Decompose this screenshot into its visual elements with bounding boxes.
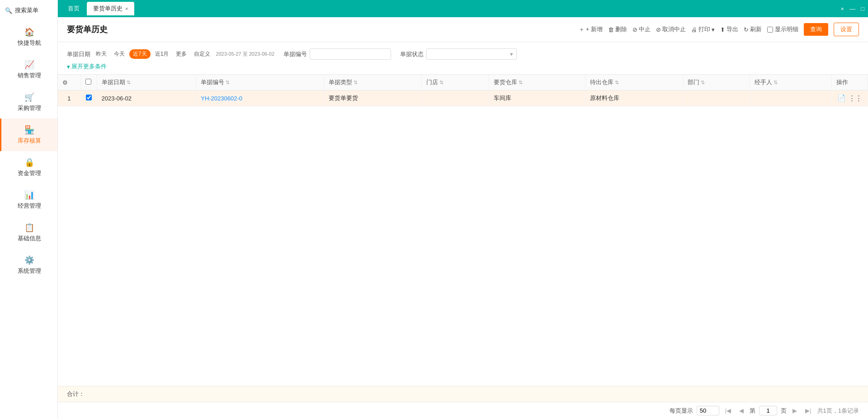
doc-status-select[interactable] <box>426 48 517 60</box>
base-info-icon: 📋 <box>24 223 34 233</box>
table-area: ⚙ 单据日期 ⇅ <box>58 75 868 386</box>
finance-icon: 🔒 <box>24 157 34 167</box>
date-btn-1month[interactable]: 近1月 <box>152 49 172 59</box>
refresh-label: 刷新 <box>750 25 762 33</box>
sort-doc-type-icon[interactable]: ⇅ <box>354 80 358 86</box>
date-btn-more[interactable]: 更多 <box>173 49 189 59</box>
sidebar-label-base-info: 基础信息 <box>18 234 41 243</box>
filter-doc-status: 单据状态 ▾ <box>400 48 517 60</box>
pagination-first-icon[interactable]: |◀ <box>723 406 733 415</box>
show-detail-checkbox[interactable] <box>767 27 773 33</box>
pagination-last-icon[interactable]: ▶| <box>803 406 813 415</box>
th-handler[interactable]: 经手人 ⇅ <box>750 75 832 90</box>
date-filter-label: 单据日期 <box>67 50 90 58</box>
per-page-select[interactable]: 10 20 50 100 <box>697 406 719 415</box>
th-settings[interactable]: ⚙ <box>58 75 80 90</box>
sidebar-label-search-menu: 搜索菜单 <box>15 6 38 14</box>
sort-handler-icon[interactable]: ⇅ <box>774 80 778 86</box>
export-button[interactable]: ⬆ 导出 <box>720 25 738 33</box>
doc-number-label: 单据编号 <box>283 50 307 58</box>
doc-number-input[interactable] <box>310 48 391 60</box>
pagination-next-icon[interactable]: ▶ <box>790 406 799 415</box>
delete-button[interactable]: 🗑 删除 <box>608 25 627 33</box>
date-btn-yesterday[interactable]: 昨天 <box>93 49 109 59</box>
th-doc-type[interactable]: 单据类型 ⇅ <box>324 75 422 90</box>
row-doc-type-1: 要货单要货 <box>329 95 358 101</box>
sidebar-item-purchase-mgmt[interactable]: 🛒 采购管理 <box>0 86 57 119</box>
per-page-label: 每页显示 <box>670 407 693 415</box>
stop-button[interactable]: ⊘ 中止 <box>632 25 651 33</box>
sort-doc-date-icon[interactable]: ⇅ <box>127 80 131 86</box>
inventory-icon: 🏪 <box>24 125 34 135</box>
th-req-warehouse[interactable]: 要货仓库 ⇅ <box>489 75 585 90</box>
sidebar: 🔍 搜索菜单 🏠 快捷导航 📈 销售管理 🛒 采购管理 🏪 库存核算 🔒 资金管… <box>0 0 58 419</box>
doc-status-select-wrap: ▾ <box>426 48 517 60</box>
date-btn-custom[interactable]: 自定义 <box>191 49 213 59</box>
tab-requisition-history[interactable]: 要货单历史 × <box>87 2 134 15</box>
sidebar-item-ops-mgmt[interactable]: 📊 经营管理 <box>0 184 57 216</box>
sort-pending-warehouse-icon[interactable]: ⇅ <box>615 80 619 86</box>
sidebar-item-sales-mgmt[interactable]: 📈 销售管理 <box>0 53 57 86</box>
date-btn-7days[interactable]: 近7天 <box>129 49 151 59</box>
page-label: 页 <box>781 407 787 415</box>
window-minimize-btn[interactable]: — <box>849 5 855 12</box>
show-detail-btn[interactable]: 显示明细 <box>767 25 798 33</box>
delete-label: 删除 <box>615 25 627 33</box>
query-button[interactable]: 查询 <box>804 23 828 36</box>
th-doc-date[interactable]: 单据日期 ⇅ <box>97 75 196 90</box>
tab-close-icon[interactable]: × <box>125 6 128 11</box>
th-store[interactable]: 门店 ⇅ <box>422 75 489 90</box>
row-checkbox-1[interactable] <box>86 95 92 100</box>
th-department[interactable]: 部门 ⇅ <box>683 75 750 90</box>
row-doc-number-link-1[interactable]: YH-20230602-0 <box>201 95 242 102</box>
export-label: 导出 <box>726 25 738 33</box>
cancel-stop-label: 取消中止 <box>662 25 686 33</box>
sort-department-icon[interactable]: ⇅ <box>701 80 705 86</box>
window-close-btn[interactable]: × <box>841 5 844 12</box>
sidebar-item-quick-nav[interactable]: 🏠 快捷导航 <box>0 21 57 53</box>
expand-filter-label: 展开更多条件 <box>71 62 107 71</box>
sort-req-warehouse-icon[interactable]: ⇅ <box>519 80 523 86</box>
new-button[interactable]: ＋ + 新增 <box>579 25 603 33</box>
th-doc-number[interactable]: 单据编号 ⇅ <box>196 75 324 90</box>
date-btn-today[interactable]: 今天 <box>111 49 127 59</box>
table-row[interactable]: 1 2023-06-02 YH-20230602-0 <box>58 90 868 106</box>
th-handler-label: 经手人 <box>755 78 772 86</box>
sidebar-item-finance-mgmt[interactable]: 🔒 资金管理 <box>0 151 57 184</box>
table-footer: 合计： <box>58 386 868 402</box>
settings-button[interactable]: 设置 <box>834 23 859 36</box>
pagination-info: 共1页，1条记录 <box>817 407 859 415</box>
sidebar-item-search-menu[interactable]: 🔍 搜索菜单 <box>0 0 57 21</box>
sidebar-label-finance-mgmt: 资金管理 <box>18 169 41 177</box>
window-maximize-btn[interactable]: □ <box>861 5 864 12</box>
page-content: 要货单历史 ＋ + 新增 🗑 删除 ⊘ 中止 ⊘ 取消中止 <box>58 17 868 419</box>
data-table: ⚙ 单据日期 ⇅ <box>58 75 868 106</box>
select-all-checkbox[interactable] <box>85 79 91 85</box>
table-header: ⚙ 单据日期 ⇅ <box>58 75 868 90</box>
export-icon: ⬆ <box>720 26 725 33</box>
expand-filter-button[interactable]: ▾ 展开更多条件 <box>67 62 859 71</box>
sidebar-item-base-info[interactable]: 📋 基础信息 <box>0 216 57 249</box>
th-checkbox <box>80 75 97 90</box>
tab-home[interactable]: 首页 <box>61 2 86 15</box>
th-department-label: 部门 <box>688 78 699 86</box>
page-number-input[interactable] <box>759 406 777 415</box>
pagination-prev-icon[interactable]: ◀ <box>737 406 746 415</box>
th-req-warehouse-label: 要货仓库 <box>494 78 517 86</box>
summary-label: 合计： <box>67 390 85 398</box>
th-pending-warehouse[interactable]: 待出仓库 ⇅ <box>585 75 683 90</box>
print-button[interactable]: 🖨 打印 ▾ <box>691 25 715 33</box>
cancel-stop-button[interactable]: ⊘ 取消中止 <box>656 25 686 33</box>
cell-store <box>422 90 489 106</box>
sidebar-item-inventory[interactable]: 🏪 库存核算 <box>0 119 57 151</box>
sort-doc-number-icon[interactable]: ⇅ <box>226 80 230 86</box>
action-edit-icon[interactable]: ⋮⋮ <box>849 94 862 102</box>
th-pending-warehouse-label: 待出仓库 <box>590 78 613 86</box>
action-view-icon[interactable]: 📄 <box>837 94 846 102</box>
sales-icon: 📈 <box>24 60 34 70</box>
sidebar-item-sys-mgmt[interactable]: ⚙️ 系统管理 <box>0 249 57 281</box>
row-req-warehouse-1: 车间库 <box>494 95 511 101</box>
refresh-button[interactable]: ↻ 刷新 <box>744 25 762 33</box>
sort-store-icon[interactable]: ⇅ <box>439 80 443 86</box>
filter-area: 单据日期 昨天 今天 近7天 近1月 更多 自定义 2023-05-27 至 2… <box>58 42 868 75</box>
